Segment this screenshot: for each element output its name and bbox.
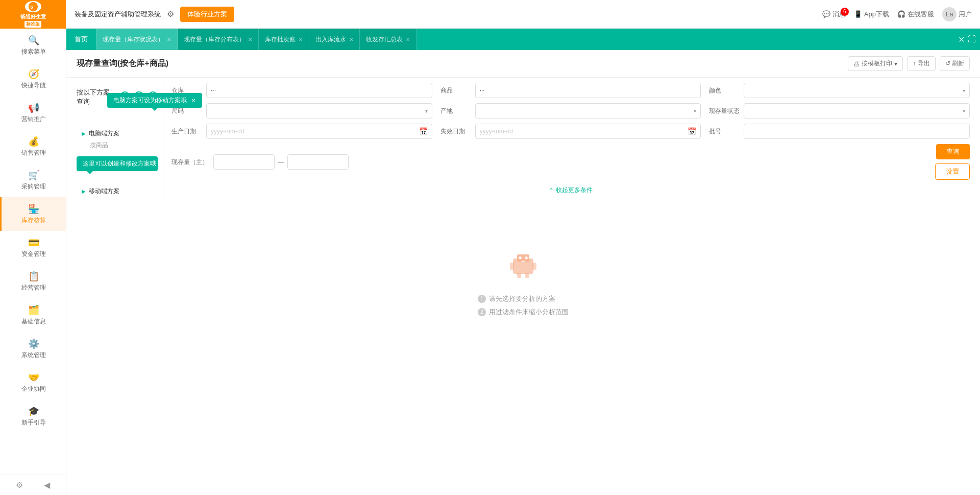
collapse-label: 收起更多条件 bbox=[556, 186, 593, 195]
sidebar-item-label-search: 搜索菜单 bbox=[21, 48, 46, 56]
sidebar-item-base[interactable]: 🗂️ 基础信息 bbox=[0, 298, 66, 332]
prod-date-input[interactable]: yyyy-mm-dd 📅 bbox=[206, 124, 432, 139]
sidebar-item-label-inventory: 库存核算 bbox=[21, 216, 46, 225]
prod-date-placeholder: yyyy-mm-dd bbox=[211, 128, 244, 135]
tooltip2-text: 这里可以创建和修改方案哦 bbox=[83, 159, 156, 168]
sales-icon: 💰 bbox=[28, 136, 39, 147]
sidebar-item-label-sales: 销售管理 bbox=[21, 149, 46, 157]
inv-range-from[interactable] bbox=[213, 154, 275, 170]
sidebar-item-system[interactable]: ⚙️ 系统管理 bbox=[0, 332, 66, 366]
export-button[interactable]: ↑ 导出 bbox=[907, 56, 935, 71]
notifications-button[interactable]: 💬 消息 6 bbox=[822, 10, 846, 19]
tab-close-all-icon[interactable]: ✕ bbox=[958, 35, 965, 44]
mobile-arrow-icon: ▶ bbox=[82, 188, 86, 194]
refresh-label: 刷新 bbox=[952, 60, 964, 67]
set-button[interactable]: 设置 bbox=[935, 163, 970, 180]
tooltip-desktop-scheme: 电脑方案可设为移动方案哦 ✕ bbox=[107, 93, 202, 108]
origin-label: 产地 bbox=[440, 107, 471, 115]
origin-select[interactable]: ▾ bbox=[475, 103, 701, 119]
sidebar-item-marketing[interactable]: 📢 营销推广 bbox=[0, 96, 66, 130]
base-icon: 🗂️ bbox=[28, 304, 39, 316]
filter-prod-date-row: 生产日期 yyyy-mm-dd 📅 bbox=[172, 124, 432, 139]
tooltip-edit-scheme: 这里可以创建和修改方案哦 ✕ bbox=[77, 156, 158, 171]
tooltip2-close[interactable]: ✕ bbox=[160, 160, 165, 168]
tab-close-inventory-status[interactable]: ✕ bbox=[167, 37, 171, 42]
sidebar-item-enterprise[interactable]: 🤝 企业协同 bbox=[0, 366, 66, 399]
tab-batch-ledger[interactable]: 库存批次账 ✕ bbox=[259, 29, 309, 50]
trial-button[interactable]: 体验行业方案 bbox=[180, 7, 234, 22]
tab-close-summary[interactable]: ✕ bbox=[406, 37, 410, 42]
print-label: 按模板打印 bbox=[862, 59, 892, 68]
scheme-column: 按以下方案查询 + ↺ ← 电脑方案可设为移动方案哦 ✕ bbox=[77, 78, 163, 202]
sidebar-item-search[interactable]: 🔍 搜索菜单 bbox=[0, 29, 66, 62]
tab-expand-icon[interactable]: ⛶ bbox=[968, 35, 976, 44]
sidebar-item-guide[interactable]: 🎓 新手引导 bbox=[0, 399, 66, 433]
user-menu-button[interactable]: Ea 用户 bbox=[942, 7, 972, 21]
exp-date-placeholder: yyyy-mm-dd bbox=[480, 128, 513, 135]
export-icon: ↑ bbox=[913, 60, 916, 67]
filter-size-row: 尺码 ▾ bbox=[172, 103, 432, 119]
inv-main-label: 现存量（主） bbox=[172, 158, 208, 167]
exp-date-label: 失效日期 bbox=[440, 127, 471, 136]
tab-flow[interactable]: 出入库流水 ✕ bbox=[309, 29, 360, 50]
inv-range-to[interactable] bbox=[287, 154, 349, 170]
sidebar-item-quick[interactable]: 🧭 快捷导航 bbox=[0, 62, 66, 96]
sidebar-item-operation[interactable]: 📋 经营管理 bbox=[0, 265, 66, 298]
step2-text: 用过滤条件来缩小分析范围 bbox=[489, 305, 569, 319]
prod-date-cal-icon[interactable]: 📅 bbox=[419, 127, 428, 135]
warehouse-input[interactable]: ··· bbox=[206, 83, 432, 98]
avatar-text: Ea bbox=[946, 11, 953, 18]
collapse-button[interactable]: ⌃ 收起更多条件 bbox=[172, 183, 970, 198]
sidebar-item-label-operation: 经营管理 bbox=[21, 284, 46, 292]
mobile-scheme-item[interactable]: ▶ 移动端方案 bbox=[82, 185, 158, 197]
logo-icon: 6 bbox=[25, 1, 41, 12]
sidebar-item-finance[interactable]: 💳 资金管理 bbox=[0, 231, 66, 265]
empty-step1: 1 请先选择要分析的方案 bbox=[478, 292, 569, 305]
size-label: 尺码 bbox=[172, 107, 202, 115]
sidebar-item-sales[interactable]: 💰 销售管理 bbox=[0, 130, 66, 163]
collapse-sidebar-button[interactable]: ◀ bbox=[44, 480, 50, 490]
color-select[interactable]: ▾ bbox=[744, 83, 970, 98]
scheme-sub-goods[interactable]: 按商品 bbox=[82, 139, 158, 151]
app-download-button[interactable]: 📱 App下载 bbox=[854, 10, 889, 19]
tab-inventory-dist[interactable]: 现存量（库存分布表） ✕ bbox=[178, 29, 259, 50]
tab-close-inventory-dist[interactable]: ✕ bbox=[248, 37, 252, 42]
sidebar-item-purchase[interactable]: 🛒 采购管理 bbox=[0, 163, 66, 197]
sidebar-item-inventory[interactable]: 🏪 库存核算 bbox=[0, 197, 66, 231]
size-select[interactable]: ▾ bbox=[206, 103, 432, 119]
print-icon: 🖨 bbox=[853, 60, 860, 67]
page-header: 现存量查询(按仓库+商品) 🖨 按模板打印 ▾ ↑ 导出 ↺ bbox=[66, 50, 980, 78]
app-download-label: App下载 bbox=[864, 10, 889, 19]
tooltip1-close[interactable]: ✕ bbox=[191, 97, 196, 104]
color-chevron: ▾ bbox=[963, 88, 965, 93]
goods-input[interactable]: ··· bbox=[475, 83, 701, 98]
print-button[interactable]: 🖨 按模板打印 ▾ bbox=[848, 56, 903, 71]
prod-date-label: 生产日期 bbox=[172, 127, 202, 136]
desktop-scheme-item[interactable]: ▶ 电脑端方案 bbox=[82, 128, 158, 139]
compass-icon: 🧭 bbox=[28, 68, 39, 80]
desktop-scheme-label: 电脑端方案 bbox=[89, 129, 119, 138]
exp-date-input[interactable]: yyyy-mm-dd 📅 bbox=[475, 124, 701, 139]
tab-close-batch-ledger[interactable]: ✕ bbox=[299, 37, 303, 42]
goods-dots: ··· bbox=[480, 87, 485, 94]
refresh-button[interactable]: ↺ 刷新 bbox=[940, 56, 970, 71]
filter-panel: 按以下方案查询 + ↺ ← 电脑方案可设为移动方案哦 ✕ bbox=[66, 78, 980, 202]
online-support-button[interactable]: 🎧 在线客服 bbox=[897, 10, 934, 19]
inv-status-select[interactable]: ▾ bbox=[744, 103, 970, 119]
header-settings-icon[interactable]: ⚙ bbox=[167, 9, 174, 19]
filter-color-row: 颜色 ▾ bbox=[709, 83, 970, 98]
finance-icon: 💳 bbox=[28, 237, 39, 248]
tab-inventory-status[interactable]: 现存量（库存状况表） ✕ bbox=[96, 29, 178, 50]
tab-close-flow[interactable]: ✕ bbox=[349, 37, 353, 42]
tab-summary[interactable]: 收发存汇总表 ✕ bbox=[360, 29, 416, 50]
scheme-sub-goods-label: 按商品 bbox=[90, 141, 108, 150]
settings-footer-button[interactable]: ⚙ bbox=[16, 480, 23, 490]
batch-input[interactable] bbox=[744, 124, 970, 139]
exp-date-cal-icon[interactable]: 📅 bbox=[688, 127, 696, 135]
page-title-row: 现存量查询(按仓库+商品) 🖨 按模板打印 ▾ ↑ 导出 ↺ bbox=[77, 56, 970, 71]
notifications-badge: 6 bbox=[841, 8, 849, 16]
tab-home[interactable]: 首页 bbox=[66, 29, 96, 50]
page-title: 现存量查询(按仓库+商品) bbox=[77, 58, 168, 69]
sidebar-nav: 🔍 搜索菜单 🧭 快捷导航 📢 营销推广 💰 销售管理 🛒 采购管理 🏪 库存核… bbox=[0, 29, 66, 475]
search-button[interactable]: 查询 bbox=[936, 144, 970, 159]
